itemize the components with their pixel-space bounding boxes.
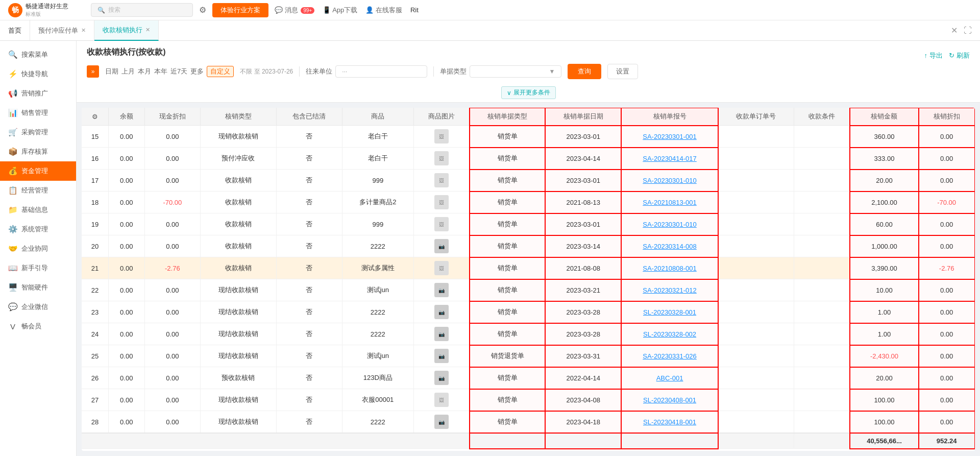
cell-cashDiscount: 0.00 bbox=[144, 170, 201, 191]
cell-receiptCondition bbox=[794, 213, 850, 235]
cell-cashDiscount: 0.00 bbox=[144, 345, 201, 367]
sidebar-item-wechat[interactable]: 💬 企业微信 bbox=[0, 297, 76, 317]
setting-btn[interactable]: 设置 bbox=[607, 64, 638, 79]
sidebar-item-enterprise[interactable]: 🤝 企业协同 bbox=[0, 239, 76, 258]
cell-receiptOrderNo bbox=[718, 411, 794, 434]
col-header-productImg: 商品图片 bbox=[413, 108, 470, 126]
cell-product: 123D商品 bbox=[342, 367, 413, 389]
refresh-btn[interactable]: ↻ 刷新 bbox=[949, 51, 970, 60]
more-date-btn[interactable]: 更多 bbox=[190, 67, 204, 76]
marketing-icon: 📢 bbox=[8, 89, 17, 98]
sidebar-item-marketing[interactable]: 📢 营销推广 bbox=[0, 84, 76, 103]
cell-writeoffType: 现结收款核销 bbox=[201, 345, 277, 367]
sidebar-item-guide[interactable]: 📖 新手引导 bbox=[0, 258, 76, 278]
message-btn[interactable]: 💬 消息 99+ bbox=[275, 6, 314, 15]
table-row: 180.00-70.00收款核销否多计量商品2🖼销货单2021-08-13SA-… bbox=[82, 191, 975, 213]
cell-receiptCondition bbox=[794, 389, 850, 411]
table-row: 150.000.00现销收款核销否老白干🖼销货单2023-03-01SA-202… bbox=[82, 126, 975, 148]
table-header-row: ⚙ 余额 现金折扣 核销类型 包含已结清 商品 商品图片 核销单据类型 核销单据… bbox=[82, 108, 975, 126]
last7-btn[interactable]: 近7天 bbox=[170, 67, 187, 76]
tab-prepay-close[interactable]: ✕ bbox=[81, 27, 86, 34]
last-month-btn[interactable]: 上月 bbox=[121, 67, 135, 76]
writeoff-slip-link[interactable]: SL-20230408-001 bbox=[643, 396, 696, 404]
cell-index: 16 bbox=[82, 148, 108, 170]
sidebar-item-operations[interactable]: 📋 经营管理 bbox=[0, 181, 76, 200]
cell-productImg: 📷 bbox=[413, 367, 470, 389]
writeoff-slip-link[interactable]: SA-20210813-001 bbox=[643, 199, 697, 206]
product-img-icon: 🖼 bbox=[434, 393, 449, 407]
sidebar-item-sales[interactable]: 📊 销售管理 bbox=[0, 103, 76, 123]
basicinfo-icon: 📁 bbox=[8, 205, 17, 214]
enterprise-icon: 🤝 bbox=[8, 244, 17, 253]
writeoff-slip-link[interactable]: SA-20230414-017 bbox=[643, 155, 697, 162]
app-download-btn[interactable]: 📱 App下载 bbox=[323, 6, 357, 15]
writeoff-slip-link[interactable]: SA-20230321-012 bbox=[643, 286, 697, 294]
writeoff-slip-link[interactable]: SA-20230314-008 bbox=[643, 243, 697, 250]
sidebar-item-system[interactable]: ⚙️ 系统管理 bbox=[0, 220, 76, 239]
custom-date-btn[interactable]: 自定义 bbox=[207, 66, 234, 77]
cell-receiptCondition bbox=[794, 411, 850, 434]
export-btn[interactable]: ↑ 导出 bbox=[924, 51, 943, 60]
gear-btn[interactable]: ⚙ bbox=[199, 5, 206, 15]
expand-more-btn[interactable]: ∨ 展开更多条件 bbox=[501, 86, 556, 99]
cell-balance: 0.00 bbox=[108, 213, 144, 235]
writeoff-slip-link[interactable]: ABC-001 bbox=[656, 374, 683, 382]
sidebar-item-vip[interactable]: V 畅会员 bbox=[0, 317, 76, 336]
cell-writeoffType: 收款核销 bbox=[201, 257, 277, 279]
sidebar-item-quicknav[interactable]: ⚡ 快捷导航 bbox=[0, 64, 76, 84]
online-service-btn[interactable]: 👤 在线客服 bbox=[365, 6, 402, 15]
sidebar-item-hardware[interactable]: 🖥️ 智能硬件 bbox=[0, 278, 76, 297]
sidebar-item-search[interactable]: 🔍 搜索菜单 bbox=[0, 45, 76, 64]
col-header-writeoffAmount: 核销金额 bbox=[850, 108, 919, 126]
single-type-select[interactable]: ▼ bbox=[470, 65, 561, 78]
cell-cashDiscount: 0.00 bbox=[144, 323, 201, 345]
writeoff-slip-link[interactable]: SA-20210808-001 bbox=[643, 265, 697, 272]
writeoff-slip-link[interactable]: SA-20230301-001 bbox=[643, 133, 697, 140]
maximize-icon[interactable]: ⛶ bbox=[964, 26, 972, 35]
tab-writeoff-close[interactable]: ✕ bbox=[145, 27, 150, 33]
cell-writeoffSlipNo: SA-20210813-001 bbox=[621, 191, 718, 213]
writeoff-slip-link[interactable]: SL-20230418-001 bbox=[643, 418, 696, 426]
writeoff-slip-link[interactable]: SL-20230328-002 bbox=[643, 330, 696, 338]
industry-btn[interactable]: 体验行业方案 bbox=[212, 3, 268, 17]
cell-writeoffSlipType: 销货退货单 bbox=[470, 345, 546, 367]
sidebar-item-finance[interactable]: 💰 资金管理 bbox=[0, 161, 76, 181]
sidebar-item-inventory[interactable]: 📦 库存核算 bbox=[0, 142, 76, 161]
sidebar: 🔍 搜索菜单 ⚡ 快捷导航 📢 营销推广 📊 销售管理 🛒 采购管理 📦 库存核… bbox=[0, 41, 77, 456]
writeoff-slip-link[interactable]: SA-20230301-010 bbox=[643, 177, 697, 184]
cell-receiptCondition bbox=[794, 126, 850, 148]
cell-receiptCondition bbox=[794, 148, 850, 170]
table-row: 210.00-2.76收款核销否测试多属性🖼销货单2021-08-08SA-20… bbox=[82, 257, 975, 279]
cell-productImg: 🖼 bbox=[413, 170, 470, 191]
cell-balance: 0.00 bbox=[108, 323, 144, 345]
cell-writeoffSlipType: 销货单 bbox=[470, 257, 546, 279]
tab-prepay[interactable]: 预付冲应付单 ✕ bbox=[30, 20, 94, 41]
cell-includedSettled: 否 bbox=[276, 323, 342, 345]
footer-spacer bbox=[82, 433, 470, 449]
query-btn[interactable]: 查询 bbox=[568, 64, 601, 79]
this-year-btn[interactable]: 本年 bbox=[154, 67, 167, 76]
sidebar-item-basicinfo[interactable]: 📁 基础信息 bbox=[0, 200, 76, 220]
cell-product: 多计量商品2 bbox=[342, 191, 413, 213]
top-bar: 畅 畅捷通谱好生意 标准版 🔍 搜索 ⚙ 体验行业方案 💬 消息 99+ 📱 A… bbox=[0, 0, 980, 20]
cell-index: 18 bbox=[82, 191, 108, 213]
product-img-icon: 🖼 bbox=[434, 151, 449, 165]
cell-writeoffDiscount: 0.00 bbox=[919, 126, 975, 148]
sidebar-item-purchase[interactable]: 🛒 采购管理 bbox=[0, 123, 76, 142]
tab-home[interactable]: 首页 bbox=[0, 20, 30, 41]
writeoff-slip-link[interactable]: SA-20230301-010 bbox=[643, 221, 697, 228]
close-tab-icon[interactable]: ✕ bbox=[951, 26, 958, 35]
from-unit-input[interactable]: ··· bbox=[335, 65, 427, 78]
cell-writeoffDiscount: 0.00 bbox=[919, 389, 975, 411]
this-month-btn[interactable]: 本月 bbox=[138, 67, 151, 76]
cell-productImg: 📷 bbox=[413, 345, 470, 367]
writeoff-slip-link[interactable]: SA-20230331-026 bbox=[643, 352, 697, 360]
filter-toggle-btn[interactable]: » bbox=[87, 65, 99, 78]
writeoff-slip-link[interactable]: SL-20230328-001 bbox=[643, 308, 696, 316]
tab-writeoff[interactable]: 收款核销执行 ✕ bbox=[94, 20, 159, 41]
page-title: 收款核销执行(按收款) bbox=[87, 47, 166, 58]
cell-includedSettled: 否 bbox=[276, 279, 342, 301]
sales-icon: 📊 bbox=[8, 108, 17, 117]
search-box[interactable]: 🔍 搜索 bbox=[91, 3, 193, 17]
cell-writeoffAmount: 100.00 bbox=[850, 389, 919, 411]
